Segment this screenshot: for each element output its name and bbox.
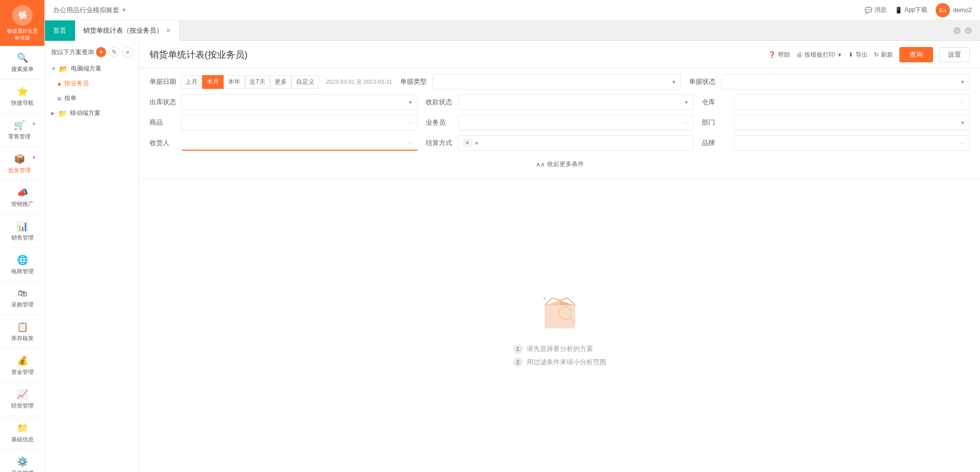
refresh-button[interactable]: ↻ 刷新: [874, 51, 893, 59]
add-scheme-button[interactable]: +: [96, 47, 106, 57]
logo-icon: 畅: [12, 5, 33, 26]
warehouse-control[interactable]: ···: [734, 95, 970, 110]
dept-control[interactable]: ▼: [734, 115, 970, 130]
help-button[interactable]: ❓ 帮助: [768, 51, 790, 59]
print-icon: 🖨: [796, 51, 802, 58]
dropdown-icon: ▼: [121, 7, 127, 13]
payment-control[interactable]: × ▼: [458, 135, 694, 151]
tree-mobile-group[interactable]: ▶ 📁 移动端方案: [45, 106, 139, 121]
salesperson-label: 业务员: [426, 118, 454, 127]
receiver-control[interactable]: ···: [182, 135, 418, 151]
empty-state: ✦ ✦ 1 请先选择要分析的方案 2 用过滤条件来缩小分析范围: [513, 285, 606, 367]
marketing-icon: 📣: [17, 187, 28, 198]
tree-label: 移动端方案: [70, 109, 101, 117]
tree-salesperson[interactable]: ● 按业务员: [45, 76, 139, 91]
maximize-button[interactable]: □: [965, 27, 972, 34]
sidebar-label: 零售管理: [8, 133, 31, 140]
sidebar-label: 电商管理: [11, 268, 34, 275]
chevron-down-icon: ▼: [837, 52, 842, 58]
edit-scheme-button[interactable]: ✎: [109, 47, 119, 57]
app-download-button[interactable]: 📱 App下载: [895, 6, 927, 14]
tab-home-label: 首页: [53, 26, 66, 35]
filter-out-status: 出库状态 ▼: [150, 95, 418, 110]
filter-row-3: 商品 ··· 业务员 ··· 部门: [150, 115, 970, 130]
chevron-down-icon: ▼: [408, 100, 413, 105]
tag-close-icon[interactable]: ×: [465, 139, 469, 147]
sidebar-label: 经营管理: [11, 402, 34, 410]
settings-button[interactable]: 设置: [939, 47, 970, 62]
sidebar-item-ecommerce[interactable]: 🌐 电商管理: [0, 248, 44, 282]
sidebar-item-shortcut[interactable]: ⭐ 快捷导航: [0, 80, 44, 113]
page-header: 销货单统计表(按业务员) ❓ 帮助 🖨 按模板打印 ▼ ⬇: [139, 41, 980, 68]
print-dropdown[interactable]: 按模板打印 ▼: [804, 51, 842, 59]
salesperson-control[interactable]: ···: [458, 115, 694, 130]
sidebar-item-search[interactable]: 🔍 搜索菜单: [0, 46, 44, 80]
collect-status-control[interactable]: ▼: [458, 95, 694, 110]
sidebar-item-wholesale[interactable]: 📦 批发管理 ▲: [0, 147, 44, 181]
main-area: 办公用品行业模拟账套 ▼ 💬 消息 📱 App下载 Ea demo2 首页: [45, 0, 980, 472]
sidebar-item-basic[interactable]: 📁 基础信息: [0, 416, 44, 450]
more-icon: ···: [959, 139, 965, 147]
export-label: 导出: [855, 51, 868, 59]
tree-invoice[interactable]: ≡ 按单: [45, 91, 139, 106]
sidebar-item-operation[interactable]: 📈 经营管理: [0, 383, 44, 416]
finance-icon: 💰: [17, 355, 28, 366]
sidebar-item-system[interactable]: ⚙️ 系统管理: [0, 450, 44, 472]
doc-status-control[interactable]: ▼: [721, 74, 970, 89]
filter-row-2: 出库状态 ▼ 收款状态 ▼ 仓库: [150, 95, 970, 110]
search-icon: 🔍: [17, 52, 28, 63]
date-custom[interactable]: 自定义: [291, 75, 319, 89]
filter-warehouse: 仓库 ···: [702, 95, 970, 110]
message-icon: 💬: [865, 7, 872, 14]
doc-type-control[interactable]: ▼: [432, 74, 681, 89]
chevron-down-icon: ▼: [684, 100, 689, 105]
account-switcher[interactable]: 办公用品行业模拟账套 ▼: [53, 6, 127, 15]
topbar-left: 办公用品行业模拟账套 ▼: [53, 6, 127, 15]
minimize-button[interactable]: –: [953, 27, 961, 34]
more-icon: ···: [407, 138, 413, 147]
sidebar-item-finance[interactable]: 💰 资金管理: [0, 349, 44, 383]
goods-control[interactable]: ···: [182, 115, 418, 130]
more-icon: ···: [683, 119, 689, 127]
sidebar-item-marketing[interactable]: 📣 营销推广: [0, 181, 44, 215]
doc-status-label: 单据状态: [689, 77, 717, 86]
goods-label: 商品: [150, 118, 178, 127]
message-button[interactable]: 💬 消息: [865, 6, 887, 14]
sidebar-label: 批发管理: [8, 167, 31, 174]
chevron-down-icon: ▼: [960, 79, 965, 85]
collapse-panel-button[interactable]: «: [122, 47, 133, 57]
tab-home[interactable]: 首页: [45, 20, 75, 41]
date-selector: 上月 本月 本年 近7天 更多 自定义: [181, 75, 319, 89]
empty-tips: 1 请先选择要分析的方案 2 用过滤条件来缩小分析范围: [513, 344, 606, 367]
sidebar-item-sales[interactable]: 📊 销售管理: [0, 215, 44, 248]
brand-control[interactable]: ···: [734, 135, 970, 151]
date-this-month[interactable]: 本月: [202, 75, 224, 89]
active-icon: ●: [57, 80, 61, 88]
export-button[interactable]: ⬇ 导出: [848, 51, 868, 59]
sidebar-item-purchase[interactable]: 🛍 采购管理: [0, 282, 44, 315]
collapse-bar[interactable]: ∧∧ 收起更多条件: [150, 156, 970, 173]
out-status-control[interactable]: ▼: [182, 95, 418, 110]
date-last-month[interactable]: 上月: [181, 75, 202, 89]
print-button[interactable]: 🖨 按模板打印 ▼: [796, 51, 842, 59]
topbar: 办公用品行业模拟账套 ▼ 💬 消息 📱 App下载 Ea demo2: [45, 0, 980, 20]
user-profile[interactable]: Ea demo2: [936, 3, 972, 17]
star-icon: ⭐: [17, 86, 28, 97]
close-tab-icon[interactable]: ✕: [166, 27, 171, 34]
filter-doc-type: 单据类型 ▼: [400, 74, 681, 89]
tree-pc-group[interactable]: ▼ 📂 电脑端方案: [45, 61, 139, 76]
sidebar-item-inventory[interactable]: 📋 库存核算: [0, 315, 44, 349]
date-more[interactable]: 更多: [270, 75, 291, 89]
sidebar-label: 库存核算: [11, 335, 34, 342]
sidebar-label: 快捷导航: [11, 99, 34, 107]
tab-sales-stat[interactable]: 销货单统计表（按业务员） ✕: [75, 20, 180, 41]
sidebar-label: 营销推广: [11, 200, 34, 208]
date-last-7[interactable]: 近7天: [245, 75, 270, 89]
date-this-year[interactable]: 本年: [224, 75, 245, 89]
more-icon: ···: [407, 119, 413, 127]
query-button[interactable]: 查询: [899, 47, 933, 62]
expand-icon: ▼: [51, 66, 56, 72]
sidebar-item-retail[interactable]: 🛒 零售管理 ▲: [0, 113, 44, 147]
app-logo[interactable]: 畅 畅捷通好生意 标准版: [0, 0, 44, 46]
chevron-down-icon: ▼: [960, 120, 965, 126]
